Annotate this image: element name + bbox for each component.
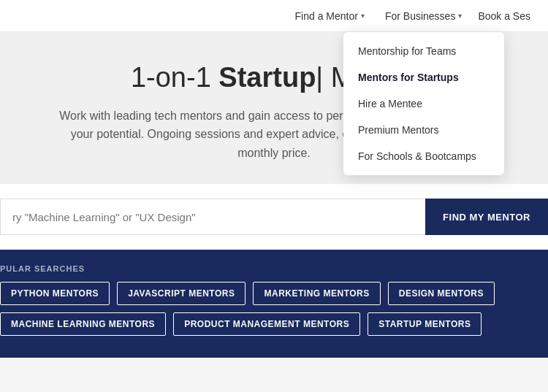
tag-machine-learning-mentors[interactable]: MACHINE LEARNING MENTORS (0, 312, 166, 336)
tags-row-1: PYTHON MENTORS JAVASCRIPT MENTORS MARKET… (0, 282, 548, 305)
dropdown-item-hire-mentee[interactable]: Hire a Mentee (343, 91, 504, 117)
dropdown-item-mentorship-teams[interactable]: Mentorship for Teams (343, 38, 504, 64)
tag-design-mentors[interactable]: DESIGN MENTORS (388, 282, 495, 305)
dropdown-item-premium-mentors[interactable]: Premium Mentors (343, 117, 504, 143)
dropdown-item-mentors-startups[interactable]: Mentors for Startups (343, 64, 504, 91)
find-mentor-button[interactable]: FIND MY MENTOR (425, 199, 548, 235)
tag-marketing-mentors[interactable]: MARKETING MENTORS (253, 282, 380, 305)
search-section: FIND MY MENTOR (0, 184, 548, 250)
hero-title-cursor: | (316, 62, 323, 93)
tag-python-mentors[interactable]: PYTHON MENTORS (0, 282, 110, 305)
tags-row-2: MACHINE LEARNING MENTORS PRODUCT MANAGEM… (0, 312, 548, 336)
book-session-button[interactable]: Book a Ses (472, 10, 536, 22)
for-businesses-label: For Businesses (385, 10, 455, 22)
dropdown-item-schools-bootcamps[interactable]: For Schools & Bootcamps (343, 143, 504, 169)
tag-product-management-mentors[interactable]: PRODUCT MANAGEMENT MENTORS (173, 312, 360, 336)
find-mentor-chevron-icon: ▾ (361, 12, 365, 20)
hero-title-start: 1-on-1 (131, 62, 218, 93)
for-businesses-chevron-icon: ▾ (458, 12, 462, 20)
popular-searches-section: PULAR SEARCHES PYTHON MENTORS JAVASCRIPT… (0, 250, 548, 358)
for-businesses-nav[interactable]: For Businesses ▾ (375, 0, 472, 31)
for-businesses-dropdown: Mentorship for Teams Mentors for Startup… (343, 32, 504, 175)
hero-title-bold: Startup (218, 62, 316, 93)
navbar: Find a Mentor ▾ For Businesses ▾ Book a … (0, 0, 548, 32)
search-input[interactable] (0, 199, 425, 235)
tag-javascript-mentors[interactable]: JAVASCRIPT MENTORS (117, 282, 246, 305)
find-mentor-label: Find a Mentor (295, 10, 358, 22)
tag-startup-mentors[interactable]: STARTUP MENTORS (368, 312, 482, 336)
popular-searches-label: PULAR SEARCHES (0, 264, 548, 282)
find-mentor-nav[interactable]: Find a Mentor ▾ (285, 0, 375, 31)
